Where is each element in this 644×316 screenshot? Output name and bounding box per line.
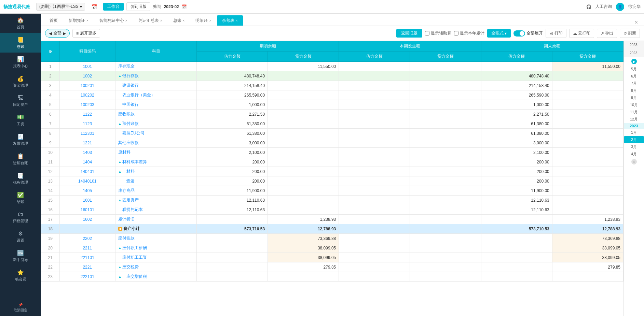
format-button[interactable]: 全账式 ▾	[487, 29, 511, 38]
row-code[interactable]: 100201	[59, 81, 115, 90]
month-12[interactable]: 12月	[624, 116, 644, 123]
month-7[interactable]: 7月	[624, 80, 644, 87]
sidebar-item-settlement[interactable]: ✅ 结账	[0, 188, 41, 208]
sidebar-item-fixed-assets[interactable]: 🏗 固定资产	[0, 91, 41, 111]
tab-new-voucher[interactable]: 新增凭证 ×	[64, 15, 94, 26]
account-name-link[interactable]: 材料成本差异	[122, 159, 147, 164]
sidebar-item-tax[interactable]: 📑 税务管理	[0, 169, 41, 188]
tab-home[interactable]: 首页	[44, 15, 63, 26]
sidebar-item-archive[interactable]: 🗂 归档管理	[0, 208, 41, 227]
row-code[interactable]: 1122	[59, 110, 115, 119]
print-button[interactable]: 🖨 打印	[546, 29, 566, 38]
account-name-link[interactable]: 固定资产	[122, 198, 139, 202]
sidebar-item-ledger[interactable]: 📒 总账	[0, 33, 41, 53]
sidebar-item-reports[interactable]: 📊 报表中心	[0, 53, 41, 72]
month-6[interactable]: 6月	[624, 73, 644, 80]
row-code[interactable]: 1403	[59, 148, 115, 157]
account-name-link[interactable]: 材料	[122, 169, 135, 174]
calendar-btn[interactable]: 📅	[88, 3, 100, 11]
account-name-link[interactable]: 建设银行	[118, 83, 139, 88]
month-2[interactable]: 2月	[624, 136, 644, 143]
row-code[interactable]: 1405	[59, 186, 115, 196]
tab-balance-sheet[interactable]: 余额表 ×	[217, 15, 243, 26]
cloud-print-button[interactable]: ☁ 云打印	[569, 29, 594, 38]
account-name-link[interactable]: 农业银行（美金）	[118, 92, 155, 97]
company-selector[interactable]: (勿删）江西股宝-LSS ▾	[36, 3, 85, 11]
month-3[interactable]: 3月	[624, 143, 644, 150]
row-code[interactable]: 1602	[59, 215, 115, 224]
tab-detail-ledger-close[interactable]: ×	[209, 19, 211, 23]
account-name-link[interactable]: 库存现金	[118, 64, 135, 69]
account-name-link[interactable]: 应付账款	[118, 236, 135, 241]
sidebar-item-member[interactable]: ⭐ 畅会员	[0, 266, 41, 285]
account-name-link[interactable]: 原材料	[118, 150, 131, 155]
account-name-link[interactable]: 应收账款	[118, 112, 135, 116]
month-10[interactable]: 10月	[624, 101, 644, 109]
row-code[interactable]: 2221	[59, 262, 115, 272]
month-5[interactable]: 5月	[624, 66, 644, 73]
right-panel-expand-btn[interactable]: ▶	[624, 57, 644, 66]
unpin-btn[interactable]: 📌 取消固定	[0, 300, 41, 316]
tab-detail-ledger[interactable]: 明细账 ×	[190, 15, 216, 26]
expand-button[interactable]: ≡ 展开更多	[72, 29, 100, 38]
row-code[interactable]: 112301	[59, 129, 115, 138]
month-11[interactable]: 11月	[624, 109, 644, 116]
account-name-link[interactable]: 银行存款	[122, 73, 139, 78]
row-code[interactable]: 2202	[59, 234, 115, 243]
switch-version-button[interactable]: 切到旧版	[126, 2, 150, 11]
row-code[interactable]: 2211	[59, 243, 115, 253]
row-code[interactable]: 1221	[59, 138, 115, 148]
tab-smart-voucher[interactable]: 智能凭证中心 ×	[94, 15, 133, 26]
sidebar-item-home[interactable]: 🏠 首页	[0, 14, 41, 33]
tab-balance-sheet-close[interactable]: ×	[236, 19, 238, 23]
expand-all-toggle[interactable]: 全部展开	[513, 30, 543, 37]
right-panel-circle2[interactable]: ○	[624, 158, 644, 166]
refresh-button[interactable]: ↺ 刷新	[620, 29, 640, 38]
row-code[interactable]: 14040101	[59, 176, 115, 186]
return-old-version-button[interactable]: 返回旧版	[396, 29, 422, 38]
sidebar-item-payroll[interactable]: 💵 工资	[0, 111, 41, 130]
filter-button[interactable]: ◀ 全部 ▶	[45, 29, 70, 38]
show-year-cumul-checkbox[interactable]	[454, 31, 458, 35]
sidebar-item-purchase[interactable]: 📋 进销台账	[0, 149, 41, 169]
row-code[interactable]: 1123	[59, 119, 115, 129]
account-name-link[interactable]: 累计折旧	[118, 217, 135, 221]
tab-general-ledger[interactable]: 总账 ×	[168, 15, 190, 26]
sidebar-item-capital[interactable]: 💰 资金管理	[0, 72, 41, 91]
month-4[interactable]: 4月	[624, 150, 644, 158]
row-code[interactable]: 100202	[59, 90, 115, 100]
row-code[interactable]: 160101	[59, 205, 115, 215]
service-label[interactable]: 人工咨询	[595, 4, 612, 10]
account-name-link[interactable]: 壹蛋	[118, 178, 135, 183]
tab-smart-voucher-close[interactable]: ×	[125, 19, 127, 23]
month-9[interactable]: 9月	[624, 94, 644, 101]
sidebar-item-guide[interactable]: 🆕 新手引导	[0, 246, 41, 266]
account-name-link[interactable]: 应交增值税	[122, 274, 147, 279]
account-name-link[interactable]: 其他应收款	[118, 140, 139, 145]
account-name-link[interactable]: 应付职工薪酬	[122, 245, 147, 250]
row-code[interactable]: 1601	[59, 196, 115, 205]
period-calendar-icon[interactable]: 📅	[182, 4, 187, 9]
row-code[interactable]: 100203	[59, 100, 115, 110]
tab-voucher-summary[interactable]: 凭证汇总表 ×	[133, 15, 167, 26]
account-name-link[interactable]: 应付职工工资	[118, 255, 147, 260]
workbench-button[interactable]: 工作台	[103, 3, 124, 11]
row-code[interactable]: 140401	[59, 167, 115, 176]
row-code[interactable]: 1404	[59, 157, 115, 167]
month-1[interactable]: 1月	[624, 129, 644, 136]
account-name-link[interactable]: 库存商品	[118, 188, 135, 193]
row-code[interactable]: 221101	[59, 253, 115, 262]
export-button[interactable]: ↗ 导出	[597, 29, 617, 38]
show-aux-checkbox-group[interactable]: 显示辅助算	[425, 30, 451, 36]
account-name-link[interactable]: 预付账款	[122, 121, 139, 126]
account-name-link[interactable]: 联提凭记本	[118, 207, 143, 212]
row-code[interactable]: 222101	[59, 272, 115, 282]
tab-voucher-summary-close[interactable]: ×	[160, 19, 162, 23]
show-aux-checkbox[interactable]	[425, 31, 429, 35]
account-name-link[interactable]: 中国银行	[118, 102, 139, 107]
show-year-cumul-checkbox-group[interactable]: 显示本年累计	[454, 30, 484, 36]
row-code[interactable]: 1001	[59, 62, 115, 71]
account-name-link[interactable]: 嘉属EU公司	[118, 131, 145, 135]
sidebar-item-invoice[interactable]: 🧾 发票管理	[0, 130, 41, 149]
account-name-link[interactable]: 应交税费	[122, 264, 139, 269]
